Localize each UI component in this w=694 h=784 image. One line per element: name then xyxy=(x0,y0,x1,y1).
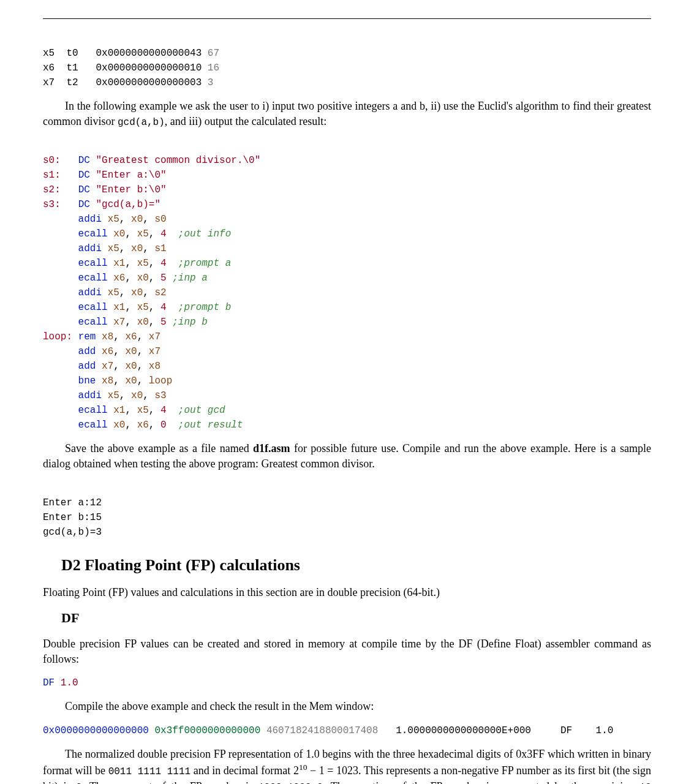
section-heading-d2: D2 Floating Point (FP) calculations xyxy=(61,554,651,576)
paragraph-intro: In the following example we ask the user… xyxy=(43,99,651,130)
paragraph-fp-intro: Floating Point (FP) values and calculati… xyxy=(43,585,651,600)
register-dump: x5 t0 0x0000000000000043 67 x6 t1 0x0000… xyxy=(43,31,651,90)
top-rule xyxy=(43,18,651,19)
sample-dialog: Enter a:12 Enter b:15 gcd(a,b)=3 xyxy=(43,481,651,540)
memory-window: 0x0000000000000000 0x3ff0000000000000 46… xyxy=(43,723,651,738)
df-example: DF 1.0 xyxy=(43,676,651,690)
paragraph-save: Save the above example as a file named d… xyxy=(43,441,651,472)
code-block-gcd: s0: DC "Greatest common divisor.\0" s1: … xyxy=(43,138,651,432)
paragraph-explanation: The normalized double precision FP repre… xyxy=(43,747,651,785)
paragraph-df-intro: Double precision FP values can be create… xyxy=(43,636,651,667)
paragraph-compile: Compile the above example and check the … xyxy=(43,699,651,714)
subsection-heading-df: DF xyxy=(61,609,651,628)
